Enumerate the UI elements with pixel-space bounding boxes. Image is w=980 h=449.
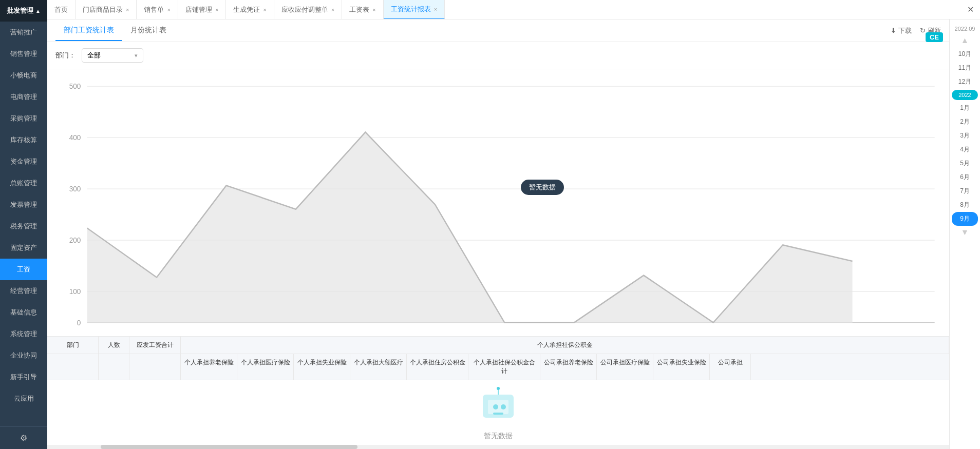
sidebar-item-9[interactable]: 税务管理	[0, 216, 47, 237]
tab-5[interactable]: 应收应付调整单×	[274, 0, 342, 19]
content-area: 部门工资统计表 月份统计表 ⬇ 下载 ↻ 刷新 部门：	[47, 19, 980, 449]
subcol-personal-large-medical: 个人承担大额医疗	[350, 354, 407, 380]
timeline-jun[interactable]: 6月	[950, 170, 980, 184]
sidebar-item-3[interactable]: 电商管理	[0, 86, 47, 108]
subcol-personal-pension: 个人承担养老保险	[181, 354, 237, 380]
tab-close-5[interactable]: ×	[331, 7, 334, 13]
subcol-personal-housing: 个人承担住房公积金	[407, 354, 468, 380]
sub-tabs-left: 部门工资统计表 月份统计表	[55, 21, 175, 41]
tab-close-2[interactable]: ×	[167, 7, 170, 13]
svg-text:500: 500	[69, 82, 81, 91]
timeline-oct[interactable]: 10月	[950, 47, 980, 61]
subcol-company-pension: 公司承担养老保险	[540, 354, 597, 380]
timeline-panel: 2022.09 ▲ 10月 11月 12月 2022 1月 2月 3月 4月 5…	[949, 19, 980, 449]
tab-label-0: 首页	[54, 5, 68, 14]
sidebar-item-4[interactable]: 采购管理	[0, 108, 47, 129]
tabs-close-button[interactable]: ✕	[961, 5, 980, 14]
scrollbar-thumb[interactable]	[101, 445, 357, 449]
col-group-social: 个人承担社保公积金	[181, 337, 949, 354]
table-header-row2: 个人承担养老保险 个人承担医疗保险 个人承担失业保险 个人承担大额医疗 个人承担…	[47, 354, 949, 380]
tab-close-3[interactable]: ×	[215, 7, 218, 13]
tab-close-6[interactable]: ×	[372, 7, 375, 13]
timeline-sep-active[interactable]: 9月	[952, 212, 978, 226]
department-select-value: 全部	[87, 51, 101, 60]
col-people: 人数	[99, 337, 129, 354]
svg-point-16	[501, 404, 506, 409]
tab-label-7: 工资统计报表	[391, 5, 431, 14]
timeline-aug[interactable]: 8月	[950, 198, 980, 212]
timeline-may[interactable]: 5月	[950, 157, 980, 170]
tab-label-3: 店铺管理	[185, 5, 212, 14]
tabs-bar: 首页门店商品目录×销售单×店铺管理×生成凭证×应收应付调整单×工资表×工资统计报…	[47, 0, 980, 19]
svg-marker-12	[87, 132, 853, 323]
subtab-month[interactable]: 月份统计表	[122, 21, 175, 41]
department-select[interactable]: 全部 ▾	[82, 48, 143, 63]
subcol-company-medical: 公司承担医疗保险	[597, 354, 653, 380]
tab-3[interactable]: 店铺管理×	[178, 0, 226, 19]
sidebar-item-1[interactable]: 销售管理	[0, 43, 47, 65]
download-button[interactable]: ⬇ 下载	[891, 26, 912, 35]
timeline-up-button[interactable]: ▲	[961, 34, 969, 47]
timeline-year-label: 2022.09	[950, 24, 980, 34]
subcol-personal-unemployment: 个人承担失业保险	[294, 354, 350, 380]
tab-6[interactable]: 工资表×	[342, 0, 383, 19]
sidebar-item-14[interactable]: 系统管理	[0, 323, 47, 345]
timeline-down-button[interactable]: ▼	[961, 226, 969, 239]
subcol-company-unemployment: 公司承担失业保险	[653, 354, 710, 380]
subcol-personal-medical: 个人承担医疗保险	[237, 354, 294, 380]
tab-1[interactable]: 门店商品目录×	[76, 0, 137, 19]
refresh-icon: ↻	[920, 27, 926, 34]
empty-text: 暂无数据	[484, 432, 513, 441]
svg-point-19	[497, 387, 500, 390]
tab-7[interactable]: 工资统计报表×	[384, 0, 445, 19]
sidebar-item-16[interactable]: 新手引导	[0, 366, 47, 388]
tab-0[interactable]: 首页	[47, 0, 76, 19]
tab-label-5: 应收应付调整单	[281, 5, 328, 14]
table-header-row1: 部门 人数 应发工资合计 个人承担社保公积金	[47, 337, 949, 354]
svg-text:300: 300	[69, 185, 81, 193]
tab-close-4[interactable]: ×	[263, 7, 266, 13]
sidebar-header[interactable]: 批发管理 ▲	[0, 0, 47, 22]
sidebar-item-5[interactable]: 库存核算	[0, 129, 47, 151]
tab-4[interactable]: 生成凭证×	[226, 0, 274, 19]
chart-container: 500 400 300 200 100 0	[47, 69, 949, 336]
chart-svg: 500 400 300 200 100 0	[55, 80, 941, 336]
horizontal-scrollbar[interactable]	[47, 445, 949, 449]
sidebar-item-6[interactable]: 资金管理	[0, 151, 47, 172]
table-body: 暂无数据	[47, 380, 949, 445]
sidebar-item-0[interactable]: 营销推广	[0, 22, 47, 43]
svg-point-15	[493, 404, 498, 409]
timeline-jul[interactable]: 7月	[950, 184, 980, 198]
sidebar-item-12[interactable]: 经营管理	[0, 280, 47, 302]
subcol-personal-total: 个人承担社保公积金合计	[468, 354, 540, 380]
tab-close-1[interactable]: ×	[126, 7, 129, 13]
sidebar-item-11[interactable]: 工资	[0, 259, 47, 280]
tab-2[interactable]: 销售单×	[137, 0, 178, 19]
timeline-feb[interactable]: 2月	[950, 115, 980, 129]
svg-text:400: 400	[69, 133, 81, 142]
sidebar-arrow-icon: ▲	[35, 8, 41, 14]
sidebar-item-8[interactable]: 发票管理	[0, 194, 47, 216]
sidebar-item-2[interactable]: 小畅电商	[0, 65, 47, 86]
timeline-jan[interactable]: 1月	[950, 101, 980, 115]
timeline-mar[interactable]: 3月	[950, 129, 980, 143]
ce-badge: CE	[926, 32, 943, 42]
tab-close-7[interactable]: ×	[434, 6, 437, 12]
sidebar-item-10[interactable]: 固定资产	[0, 237, 47, 259]
sidebar-item-13[interactable]: 基础信息	[0, 302, 47, 323]
subtab-department[interactable]: 部门工资统计表	[55, 21, 122, 41]
timeline-apr[interactable]: 4月	[950, 143, 980, 157]
timeline-dec[interactable]: 12月	[950, 75, 980, 89]
main-content: 部门工资统计表 月份统计表 ⬇ 下载 ↻ 刷新 部门：	[47, 19, 949, 449]
sidebar-item-15[interactable]: 企业协同	[0, 345, 47, 366]
select-arrow-icon: ▾	[135, 52, 138, 59]
empty-icon	[478, 384, 519, 425]
filter-bar: 部门： 全部 ▾	[47, 42, 949, 69]
sidebar-item-7[interactable]: 总账管理	[0, 172, 47, 194]
tab-label-4: 生成凭证	[233, 5, 260, 14]
sidebar-item-17[interactable]: 云应用	[0, 388, 47, 409]
timeline-nov[interactable]: 11月	[950, 61, 980, 75]
settings-icon[interactable]: ⚙	[0, 427, 47, 449]
download-icon: ⬇	[891, 27, 896, 34]
table-section: 部门 人数 应发工资合计 个人承担社保公积金 个人承担养老保险 个人承担医疗保险…	[47, 336, 949, 449]
